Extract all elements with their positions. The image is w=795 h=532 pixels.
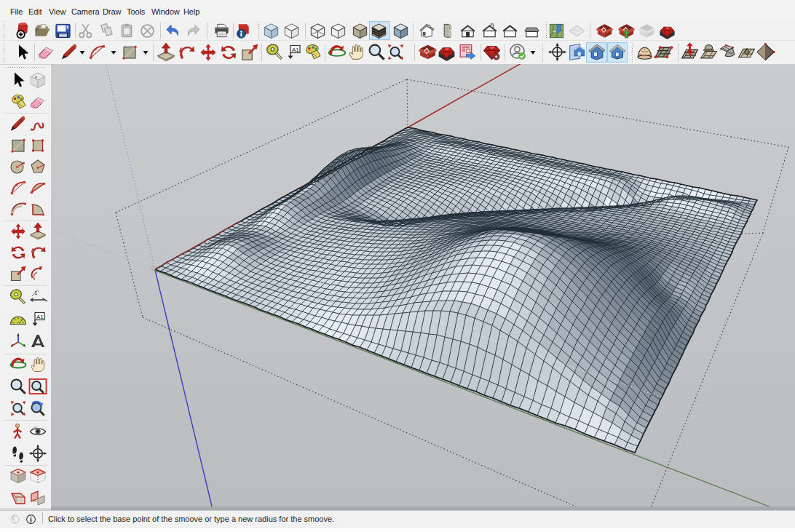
svg-text:A1: A1 bbox=[292, 47, 299, 53]
svg-text:A1: A1 bbox=[36, 314, 44, 320]
svg-text:1: 1 bbox=[34, 290, 38, 296]
